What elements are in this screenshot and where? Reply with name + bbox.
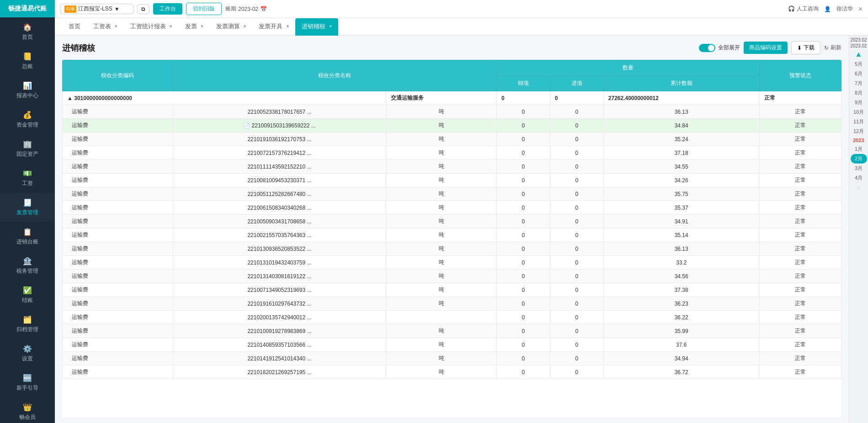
download-button[interactable]: ⬇ 下载 bbox=[791, 41, 820, 54]
tab-发票[interactable]: 发票× bbox=[179, 18, 210, 36]
sidebar-item-payroll[interactable]: 💵工资 bbox=[0, 164, 55, 193]
cell-cumulative: 35.75 bbox=[603, 187, 759, 201]
table-row: 运输费 2210021557035764363 ... 吨 0 0 35.14 … bbox=[63, 228, 841, 242]
cell-purchase: 0 bbox=[550, 91, 603, 105]
cell-cumulative: 35.37 bbox=[603, 201, 759, 215]
calendar-icon[interactable]: 📅 bbox=[260, 6, 267, 12]
table-row: ▲ 3010000000000000000 交通运输服务 0 0 27262.4… bbox=[63, 91, 841, 105]
tab-close-2[interactable]: × bbox=[170, 24, 172, 29]
cell-status: 正常 bbox=[759, 352, 841, 365]
month-3月[interactable]: 3月 bbox=[851, 164, 867, 173]
cell-sales: 0 bbox=[496, 256, 550, 270]
tab-close-6[interactable]: × bbox=[329, 24, 332, 29]
tab-发票测算[interactable]: 发票测算× bbox=[210, 18, 253, 36]
month-6月[interactable]: 6月 bbox=[851, 69, 867, 79]
expand-toggle[interactable]: 全部展开 bbox=[699, 44, 740, 52]
page-content: 进销稽核 全部展开 商品编码设置 ⬇ 下载 ↻ 刷 bbox=[55, 36, 849, 423]
cell-cumulative: 34.55 bbox=[603, 160, 759, 174]
month-7月[interactable]: 7月 bbox=[851, 79, 867, 88]
cell-purchase: 0 bbox=[550, 174, 603, 187]
cell-status: 正常 bbox=[759, 215, 841, 228]
cell-purchase: 0 bbox=[550, 201, 603, 215]
cell-code: 运输费 bbox=[63, 297, 173, 311]
prev-year-arrow[interactable]: ▲ bbox=[854, 49, 863, 59]
sidebar-item-home[interactable]: 🏠首页 bbox=[0, 17, 55, 47]
sidebar-item-settings[interactable]: ⚙️设置 bbox=[0, 339, 55, 368]
cell-code: 运输费 bbox=[63, 187, 173, 201]
tab-close-3[interactable]: × bbox=[201, 24, 203, 29]
year-prev-label: 2023.02 bbox=[850, 37, 867, 42]
tab-发票开具[interactable]: 发票开具× bbox=[252, 18, 295, 36]
cell-unit: 吨 bbox=[386, 352, 497, 365]
table-row: 运输费 2210072157376219412 ... 吨 0 0 37.18 … bbox=[63, 146, 841, 160]
month-12月[interactable]: 12月 bbox=[851, 127, 867, 136]
tab-label-4: 发票测算 bbox=[216, 22, 240, 31]
company-selector[interactable]: 勾审 江西报宝-LSS ▼ bbox=[60, 4, 133, 14]
table-row: 运输费 2210140859357103566 ... 吨 0 0 37.6 正… bbox=[63, 338, 841, 352]
right-panel: 2023.02 2023.02 ▲ 5月6月7月8月9月10月11月12月 20… bbox=[849, 36, 868, 423]
toggle-track[interactable] bbox=[699, 44, 715, 52]
sidebar-item-fund[interactable]: 💰资金管理 bbox=[0, 105, 55, 134]
cell-invoice: 📄 2210091503139659222 ... bbox=[173, 119, 386, 132]
cell-cumulative: 35.99 bbox=[603, 324, 759, 338]
sidebar-item-tax[interactable]: 🏦税务管理 bbox=[0, 251, 55, 280]
tab-label-0: 首页 bbox=[69, 22, 80, 31]
cell-purchase: 0 bbox=[550, 297, 603, 311]
month-4月[interactable]: 4月 bbox=[851, 173, 867, 183]
refresh-button[interactable]: ↻ 刷新 bbox=[824, 44, 841, 52]
sidebar-item-guide[interactable]: 🆕新手引导 bbox=[0, 368, 55, 397]
sales-icon: 📋 bbox=[23, 227, 32, 236]
switch-version-button[interactable]: 切到旧版 bbox=[186, 3, 222, 15]
sidebar-item-invoice[interactable]: 🧾发票管理 bbox=[0, 193, 55, 222]
tab-进销稽核[interactable]: 进销稽核× bbox=[295, 18, 338, 36]
month-5月[interactable]: 5月 bbox=[851, 59, 867, 69]
cell-unit: 吨 bbox=[386, 228, 497, 242]
sidebar-item-sales[interactable]: 📋进销台账 bbox=[0, 222, 55, 251]
month-8月[interactable]: 8月 bbox=[851, 88, 867, 98]
copy-button[interactable]: ⧉ bbox=[137, 4, 149, 14]
cell-code: 运输费 bbox=[63, 201, 173, 215]
sidebar-item-report[interactable]: 📊报表中心 bbox=[0, 76, 55, 105]
month-2月[interactable]: 2月 bbox=[851, 154, 867, 164]
sidebar-item-archive[interactable]: 🗂️归档管理 bbox=[0, 310, 55, 339]
close-button[interactable]: × bbox=[858, 5, 863, 13]
sidebar: 畅捷通易代账 🏠首页📒总账📊报表中心💰资金管理🏢固定资产💵工资🧾发票管理📋进销台… bbox=[0, 0, 55, 423]
sidebar-item-ledger[interactable]: 📒总账 bbox=[0, 47, 55, 76]
sidebar-item-asset[interactable]: 🏢固定资产 bbox=[0, 134, 55, 164]
month-10月[interactable]: 10月 bbox=[851, 107, 867, 117]
cell-purchase: 0 bbox=[550, 119, 603, 132]
cell-invoice: 2210140859357103566 ... bbox=[173, 338, 386, 352]
cell-unit: 吨 bbox=[386, 283, 497, 297]
tab-首页[interactable]: 首页 bbox=[62, 18, 87, 36]
cell-sales: 0 bbox=[496, 352, 550, 365]
tab-close-4[interactable]: × bbox=[244, 24, 246, 29]
month-1月[interactable]: 1月 bbox=[851, 144, 867, 154]
support-label[interactable]: 🎧 人工咨询 bbox=[788, 5, 818, 13]
sidebar-item-settle[interactable]: ✅结账 bbox=[0, 280, 55, 310]
page-header: 进销稽核 全部展开 商品编码设置 ⬇ 下载 ↻ 刷 bbox=[62, 41, 841, 54]
month-11月[interactable]: 11月 bbox=[851, 117, 867, 127]
tab-close-1[interactable]: × bbox=[115, 24, 117, 29]
tab-close-5[interactable]: × bbox=[286, 24, 289, 29]
tab-工资表[interactable]: 工资表× bbox=[87, 18, 124, 36]
month-9月[interactable]: 9月 bbox=[851, 98, 867, 107]
period-label: 账期 2023-02 📅 bbox=[225, 5, 267, 13]
sidebar-label-ledger: 总账 bbox=[22, 63, 33, 70]
cell-code: 运输费 bbox=[63, 174, 173, 187]
asset-icon: 🏢 bbox=[23, 140, 32, 148]
cell-invoice: 2210191036192170753 ... bbox=[173, 132, 386, 146]
cell-status: 正常 bbox=[759, 91, 841, 105]
cell-invoice: 2210081009453230371 ... bbox=[173, 174, 386, 187]
cell-code: 运输费 bbox=[63, 324, 173, 338]
settings-button[interactable]: 商品编码设置 bbox=[744, 42, 788, 54]
worktable-button[interactable]: 工作台 bbox=[153, 3, 182, 15]
cell-unit: 吨 bbox=[386, 132, 497, 146]
sidebar-item-member[interactable]: 👑畅会员 bbox=[0, 397, 55, 423]
tab-工资统计报表[interactable]: 工资统计报表× bbox=[124, 18, 179, 36]
cell-invoice: 2210191610297643732 ... bbox=[173, 297, 386, 311]
table-row: 运输费 2210131019432403759 ... 吨 0 0 33.2 正… bbox=[63, 256, 841, 270]
cell-code: 运输费 bbox=[63, 146, 173, 160]
cell-invoice: 2210100919278983869 ... bbox=[173, 324, 386, 338]
cell-sales: 0 bbox=[496, 187, 550, 201]
sidebar-label-invoice: 发票管理 bbox=[16, 209, 38, 217]
